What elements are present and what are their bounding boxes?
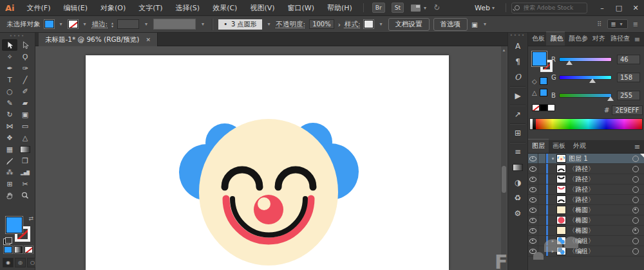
chevron-down-icon[interactable]: ▾ bbox=[60, 21, 62, 27]
lock-column[interactable] bbox=[538, 205, 546, 215]
lock-column[interactable] bbox=[538, 154, 546, 163]
lock-column[interactable] bbox=[538, 236, 546, 246]
visibility-toggle[interactable] bbox=[528, 246, 538, 256]
target-circle[interactable] bbox=[632, 238, 639, 244]
fill-color-swatch[interactable] bbox=[44, 20, 54, 28]
bridge-button[interactable]: Br bbox=[372, 3, 385, 13]
workspace-switcher[interactable]: Web ▾ bbox=[475, 4, 497, 12]
layer-row[interactable]: 〈路径〉 bbox=[528, 184, 644, 195]
fill-chip[interactable] bbox=[6, 217, 23, 233]
appearance-panel-icon[interactable]: ≡ bbox=[508, 144, 527, 159]
canvas-area[interactable]: ▴ bbox=[35, 46, 507, 270]
chevron-down-icon[interactable]: ▾ bbox=[145, 21, 147, 27]
target-circle[interactable] bbox=[632, 228, 639, 234]
eraser-tool[interactable]: ▰ bbox=[17, 97, 33, 109]
visibility-toggle[interactable] bbox=[528, 164, 538, 174]
tab-swatches[interactable]: 色板 bbox=[528, 32, 546, 46]
visibility-toggle[interactable] bbox=[528, 174, 538, 184]
transparency-panel-icon[interactable]: ◑ bbox=[508, 175, 527, 190]
scale-tool[interactable]: ▣ bbox=[17, 109, 33, 120]
scrollbar-thumb[interactable] bbox=[502, 166, 506, 193]
touch-workspace-icon[interactable]: ⠿ bbox=[597, 21, 602, 28]
white-swatch[interactable] bbox=[547, 104, 555, 111]
artboard[interactable] bbox=[86, 55, 449, 270]
color-mode-button[interactable] bbox=[4, 246, 12, 253]
chevron-down-icon[interactable]: ▾ bbox=[424, 5, 426, 11]
graphic-styles-panel-icon[interactable]: ⚙ bbox=[508, 206, 527, 221]
artboard-tool[interactable]: ⊞ bbox=[2, 178, 17, 190]
gradient-tool[interactable] bbox=[17, 143, 33, 155]
layer-name[interactable]: 图层 1 bbox=[569, 154, 632, 163]
menu-item-effect[interactable]: 效果(C) bbox=[207, 2, 243, 14]
transform-panel-icon[interactable]: ⊞ bbox=[508, 125, 527, 141]
target-circle[interactable] bbox=[632, 248, 639, 255]
blue-value[interactable]: 255 bbox=[617, 91, 640, 100]
layer-thumbnail-red-smile[interactable] bbox=[556, 185, 566, 194]
visibility-toggle[interactable] bbox=[528, 215, 538, 225]
layer-thumbnail-red-ellipse[interactable] bbox=[556, 216, 566, 224]
minimize-button[interactable]: – bbox=[594, 0, 611, 16]
lock-column[interactable] bbox=[538, 164, 546, 174]
color-spectrum-bar[interactable] bbox=[529, 118, 643, 130]
target-circle[interactable] bbox=[632, 197, 639, 203]
visibility-toggle[interactable] bbox=[528, 184, 538, 194]
lock-column[interactable] bbox=[538, 226, 546, 235]
tab-color[interactable]: 颜色 bbox=[546, 32, 564, 46]
dock-options-icon[interactable]: ≣▾ bbox=[607, 19, 627, 29]
stroke-weight-value[interactable] bbox=[117, 19, 139, 29]
mesh-tool[interactable]: ▦ bbox=[2, 143, 17, 155]
none-swatch[interactable] bbox=[532, 104, 540, 111]
none-mode-button[interactable] bbox=[24, 246, 33, 253]
red-value[interactable]: 46 bbox=[617, 55, 640, 64]
workspace-tool-icon[interactable]: ▣ bbox=[471, 21, 478, 28]
tab-appearance[interactable]: 外观 bbox=[569, 140, 590, 153]
shape-builder-tool[interactable]: ❖ bbox=[2, 132, 17, 143]
target-circle[interactable] bbox=[632, 176, 639, 183]
stock-search[interactable] bbox=[511, 3, 587, 14]
search-input[interactable] bbox=[522, 4, 582, 12]
brush-definition-dropdown[interactable]: • 3 点圆形 bbox=[218, 19, 261, 30]
stroke-color-swatch[interactable] bbox=[68, 20, 78, 28]
tab-close-icon[interactable]: ✕ bbox=[146, 37, 151, 43]
layer-row[interactable]: 〈椭圆〉 bbox=[528, 226, 644, 236]
opentype-panel-icon[interactable]: O bbox=[508, 69, 527, 85]
layer-name[interactable]: 〈路径〉 bbox=[569, 175, 632, 184]
selection-tool[interactable] bbox=[2, 39, 17, 51]
style-swatch[interactable] bbox=[364, 20, 374, 28]
layer-name[interactable]: 〈椭圆〉 bbox=[569, 216, 632, 225]
slider-thumb[interactable] bbox=[566, 60, 573, 65]
pen-tool[interactable]: ✒ bbox=[2, 62, 17, 74]
lock-column[interactable] bbox=[538, 215, 546, 225]
chevron-down-icon[interactable]: ▾ bbox=[202, 21, 204, 27]
menu-item-help[interactable]: 帮助(H) bbox=[321, 2, 358, 14]
layer-name[interactable]: 〈编组〉 bbox=[569, 237, 632, 246]
visibility-toggle[interactable] bbox=[528, 226, 538, 235]
tab-artboards[interactable]: 画板 bbox=[549, 140, 569, 153]
chevron-down-icon[interactable]: ▾ bbox=[484, 21, 486, 27]
tab-align[interactable]: 对齐 bbox=[589, 32, 607, 46]
layer-name[interactable]: 〈路径〉 bbox=[569, 195, 632, 204]
menu-lines-icon[interactable]: ≣ bbox=[633, 21, 639, 28]
opacity-value[interactable]: 100% bbox=[309, 19, 334, 29]
gradient-mode-button[interactable] bbox=[14, 246, 23, 253]
visibility-toggle[interactable] bbox=[528, 154, 538, 163]
chevron-down-icon[interactable]: ▾ bbox=[268, 21, 270, 27]
ellipse-tool[interactable]: ○ bbox=[2, 86, 17, 97]
opacity-label[interactable]: 不透明度: bbox=[276, 20, 306, 29]
character-panel-icon[interactable]: A bbox=[508, 39, 527, 54]
lock-column[interactable] bbox=[538, 174, 546, 184]
layer-name[interactable]: 〈椭圆〉 bbox=[569, 206, 632, 215]
zoom-tool[interactable] bbox=[17, 190, 33, 201]
stroke-label[interactable]: 描边: bbox=[92, 20, 108, 29]
lock-column[interactable] bbox=[538, 184, 546, 194]
chevron-down-icon[interactable]: ▾ bbox=[84, 21, 86, 27]
layer-thumbnail-blue-group[interactable] bbox=[556, 237, 566, 245]
style-label[interactable]: 样式: bbox=[345, 20, 361, 29]
stock-button[interactable]: St bbox=[392, 3, 404, 13]
variable-width-dropdown[interactable] bbox=[153, 19, 196, 30]
actions-panel-icon[interactable]: ▶ bbox=[508, 88, 527, 104]
target-circle[interactable] bbox=[632, 217, 639, 224]
vertical-scrollbar[interactable]: ▴ bbox=[501, 46, 507, 270]
perspective-grid-tool[interactable]: △ bbox=[17, 132, 33, 143]
document-tab[interactable]: 未标题-1* @ 96% (RGB/预览) ✕ bbox=[39, 33, 158, 46]
